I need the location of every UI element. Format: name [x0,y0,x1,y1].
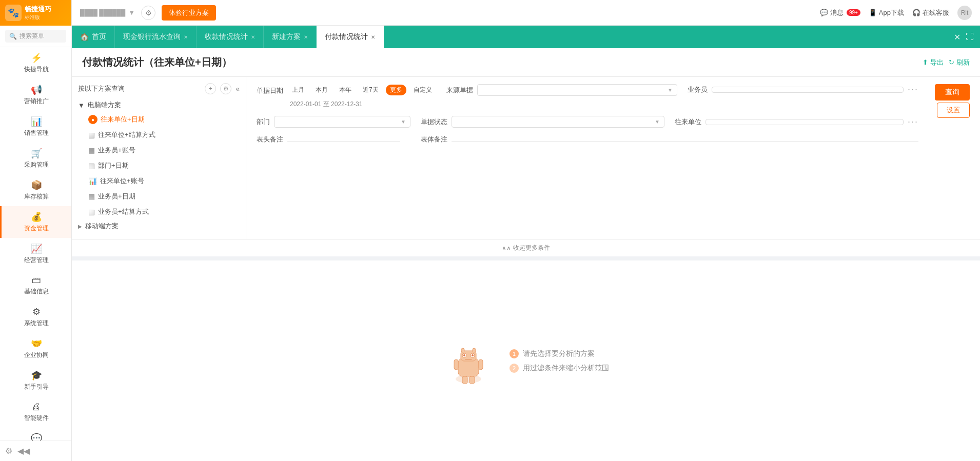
scheme-item-staff-date[interactable]: ▦ 业务员+日期 [72,189,246,204]
date-range-display: 2022-01-01 至 2022-12-31 [290,101,362,108]
mobile-group-label: 移动端方案 [85,222,119,231]
sidebar-nav: ⚡ 快捷导航 📢 营销推广 📊 销售管理 🛒 采购管理 📦 库存核算 💰 资金管… [0,47,71,440]
form-settings-button[interactable]: 设置 [937,103,970,118]
tab-bank-close[interactable]: ✕ [184,34,188,40]
query-button[interactable]: 查询 [935,84,970,101]
tab-income-close[interactable]: ✕ [251,34,255,40]
sidebar-item-marketing[interactable]: 📢 营销推广 [0,79,71,111]
sidebar-item-label: 系统管理 [24,319,49,328]
more-date-btn[interactable]: 更多 [386,85,406,95]
staff-select[interactable] [712,87,904,93]
guide-icon: 🎓 [31,370,42,381]
message-button[interactable]: 💬 消息 99+ [820,8,860,17]
mobile-group-title[interactable]: ▶ 移动端方案 [72,219,246,233]
trial-industry-button[interactable]: 体验行业方案 [162,5,216,21]
body-note-input[interactable] [452,137,918,142]
sidebar-item-inventory[interactable]: 📦 库存核算 [0,174,71,206]
sidebar: 🐾 畅捷通巧 标准版 🔍 搜索菜单 ⚡ 快捷导航 📢 营销推广 📊 销售管理 🛒… [0,0,72,461]
scheme-settings-button[interactable]: ⚙ [220,83,231,94]
sidebar-item-label: 销售管理 [24,129,49,137]
funds-icon: 💰 [31,211,42,223]
scheme-item-label: 业务员+结算方式 [98,207,149,216]
tab-payment[interactable]: 付款情况统计 ✕ [317,26,384,48]
scheme-panel-label: 按以下方案查询 [78,84,201,93]
tab-new-scheme[interactable]: 新建方案 ✕ [264,26,317,48]
message-label: 消息 [830,8,844,17]
collapse-bar[interactable]: ∧∧ 收起更多条件 [72,239,980,256]
marketing-icon: 📢 [31,84,42,95]
sidebar-item-quick-nav[interactable]: ⚡ 快捷导航 [0,47,71,79]
partner-more-dots[interactable]: ··· [908,116,918,127]
scheme-panel: 按以下方案查询 + ⚙ « ▼ 电脑端方案 ● 往来 [72,77,246,239]
scheme-item-staff-settle[interactable]: ▦ 业务员+结算方式 [72,204,246,219]
staff-more-dots[interactable]: ··· [908,84,918,95]
sidebar-item-hardware[interactable]: 🖨 智能硬件 [0,396,71,428]
sidebar-settings-btn[interactable]: ⚙ [5,446,12,456]
scheme-collapse-button[interactable]: « [236,85,240,93]
doc-status-select[interactable]: ▼ [452,116,664,128]
refresh-button[interactable]: ↻ 刷新 [949,58,970,74]
sidebar-item-guide[interactable]: 🎓 新手引导 [0,365,71,396]
tab-bank[interactable]: 现金银行流水查询 ✕ [115,26,197,48]
user-avatar[interactable]: Rit [957,6,972,20]
scheme-item-unit-date[interactable]: ● 往来单位+日期 [72,112,246,127]
this-year-btn[interactable]: 本年 [335,84,356,96]
topbar-settings-button[interactable]: ⚙ [141,6,155,20]
dept-select[interactable]: ▼ [274,116,410,128]
scheme-item-staff-account[interactable]: ▦ 业务员+账号 [72,143,246,158]
topbar: ████ ██████ ▼ ⚙ 体验行业方案 💬 消息 99+ 📱 App下载 … [72,0,980,26]
header-note-input[interactable] [287,137,400,142]
pc-group-title[interactable]: ▼ 电脑端方案 [72,98,246,112]
scheme-item-label: 往来单位+日期 [101,115,145,124]
sidebar-item-purchase[interactable]: 🛒 采购管理 [0,143,71,174]
export-button[interactable]: ⬆ 导出 [923,58,944,74]
empty-tips: 1 请先选择要分析的方案 2 用过滤条件来缩小分析范围 [509,349,609,373]
sidebar-footer: ⚙ ◀◀ [0,440,71,461]
chart-icon: 📊 [88,177,97,185]
doc-status-label: 单据状态 [421,117,447,127]
chevron-down-icon: ▼ [78,102,85,109]
custom-date-btn[interactable]: 自定义 [409,84,436,96]
online-service-button[interactable]: 🎧 在线客服 [912,8,949,17]
scheme-add-button[interactable]: + [205,83,216,94]
sidebar-item-label: 新手引导 [24,383,49,391]
this-month-btn[interactable]: 本月 [311,84,332,96]
sidebar-item-operation[interactable]: 📈 经营管理 [0,238,71,270]
staff-label: 业务员 [688,85,708,94]
app-download-button[interactable]: 📱 App下载 [869,8,904,17]
sidebar-item-label: 快捷导航 [24,65,49,74]
tabbar: 🏠 首页 现金银行流水查询 ✕ 收款情况统计 ✕ 新建方案 ✕ 付款情况统计 ✕… [72,26,980,48]
empty-robot-illustration [443,335,494,387]
sidebar-item-basic[interactable]: 🗃 基础信息 [0,270,71,301]
source-doc-select[interactable]: ▼ [477,84,677,96]
sidebar-item-system[interactable]: ⚙ 系统管理 [0,301,71,333]
sidebar-item-sales[interactable]: 📊 销售管理 [0,111,71,143]
filter-right-area: 单据日期 上月 本月 本年 近7天 更多 自定义 2022-01-0 [246,77,980,239]
last-7-days-btn[interactable]: 近7天 [359,84,383,96]
content-area: 付款情况统计（往来单位+日期） ⬆ 导出 ↻ 刷新 按以下方案查询 + [72,48,980,461]
partner-select[interactable] [705,119,904,125]
sidebar-item-label: 采购管理 [24,161,49,169]
tab-income[interactable]: 收款情况统计 ✕ [197,26,264,48]
scheme-icon: ▦ [88,162,95,170]
close-all-tabs-button[interactable]: ✕ [954,32,961,42]
scheme-item-dept-date[interactable]: ▦ 部门+日期 [72,158,246,173]
tab-payment-label: 付款情况统计 [325,32,368,42]
hardware-icon: 🖨 [32,402,41,412]
expand-tabs-button[interactable]: ⛶ [966,32,974,42]
last-month-btn[interactable]: 上月 [288,84,308,96]
tab-home[interactable]: 🏠 首页 [72,26,115,48]
sidebar-item-wechat[interactable]: 💬 企业微信 [0,428,71,440]
tab-new-scheme-close[interactable]: ✕ [304,34,308,40]
sidebar-item-funds[interactable]: 💰 资金管理 [0,206,71,238]
sidebar-item-enterprise[interactable]: 🤝 企业协同 [0,333,71,365]
scheme-item-unit-account[interactable]: 📊 往来单位+账号 [72,173,246,189]
search-menu-button[interactable]: 🔍 搜索菜单 [5,30,66,43]
scheme-item-unit-settle[interactable]: ▦ 往来单位+结算方式 [72,127,246,143]
sidebar-item-label: 企业协同 [24,351,49,359]
mobile-icon: 📱 [869,9,877,16]
sidebar-search-container: 🔍 搜索菜单 [0,26,71,47]
tab-payment-close[interactable]: ✕ [371,34,375,40]
topbar-brand: ████ ██████ ▼ [80,9,135,16]
sidebar-collapse-btn[interactable]: ◀◀ [17,446,30,456]
